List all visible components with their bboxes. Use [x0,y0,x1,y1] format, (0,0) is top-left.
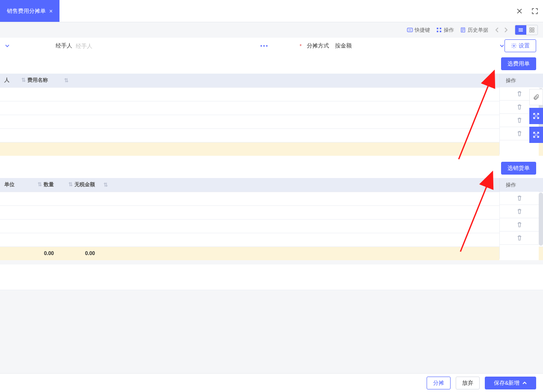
op-cell [499,232,539,245]
delete-icon[interactable] [516,91,522,97]
delete-icon[interactable] [516,208,522,214]
handler-input[interactable] [76,43,256,49]
method-label: 分摊方式 [307,42,329,50]
keyboard-icon [407,27,413,33]
table-row[interactable] [0,101,543,115]
sort-icon: ⇅ [64,77,68,83]
table-row[interactable] [0,128,543,142]
fullscreen-icon[interactable] [530,6,540,16]
discard-button[interactable]: 放弃 [456,377,480,389]
table-row[interactable] [0,205,543,219]
s2-col-unit: 单位 [0,178,17,192]
handler-label: 经手人 [56,42,72,50]
dock-expand-in-icon[interactable] [529,127,543,143]
operate-label: 操作 [444,27,454,34]
scrollbar-vertical[interactable] [539,193,543,246]
chevron-up-icon [522,380,527,386]
operate-link[interactable]: 操作 [436,27,454,34]
table-row[interactable] [0,219,543,233]
nav-prev-icon[interactable] [494,25,500,35]
save-and-new-button[interactable]: 保存&新增 [485,377,536,389]
delete-icon[interactable] [516,222,522,228]
dock-expand-out-icon[interactable] [529,108,543,124]
s2-total-notax: 0.00 [58,246,99,260]
svg-rect-1 [409,29,412,31]
select-sales-bill-button[interactable]: 选销货单 [501,162,536,175]
history-link[interactable]: 历史单据 [460,27,488,34]
table-row[interactable] [0,115,543,128]
s1-col-blank[interactable]: ⇅ [60,74,492,87]
svg-rect-8 [532,28,534,30]
chevron-down-icon[interactable] [4,43,21,49]
history-label: 历史单据 [468,27,488,34]
close-icon[interactable] [515,6,524,16]
delete-icon[interactable] [516,104,522,110]
shortcut-label: 快捷键 [415,27,430,34]
table-row[interactable] [0,233,543,246]
svg-rect-4 [437,31,439,33]
settings-label: 设置 [519,42,530,50]
gear-icon [511,43,517,49]
delete-icon[interactable] [516,131,522,137]
svg-rect-7 [530,28,531,30]
svg-rect-10 [532,30,534,32]
op-cell [499,218,539,232]
s2-col-notax[interactable]: ⇅无税金额 [58,178,99,192]
s2-col-op: 操作 [499,178,539,192]
btn-label: 选费用单 [507,60,530,68]
allocate-button[interactable]: 分摊 [427,377,451,389]
s2-total-qty: 0.00 [17,246,58,260]
op-cell [499,205,539,218]
table-row[interactable] [0,87,543,101]
op-cell [499,192,539,205]
history-icon [460,27,466,33]
chevron-down-icon[interactable] [499,43,505,49]
view-list-icon[interactable] [515,25,526,35]
tab-title: 销售费用分摊单 [7,7,46,15]
sort-icon: ⇅ [38,181,42,187]
btn-label: 选销货单 [507,164,530,172]
s2-col-qty[interactable]: ⇅数量 [17,178,58,192]
delete-icon[interactable] [516,195,522,201]
delete-icon[interactable] [516,235,522,241]
tab-close-icon[interactable]: × [49,8,53,15]
select-expense-bill-button[interactable]: 选费用单 [501,57,536,70]
grid-icon [436,27,442,33]
s2-col-blank[interactable]: ⇅ [99,178,492,192]
svg-rect-9 [530,30,531,32]
dock-attachment-icon[interactable] [529,89,543,105]
svg-rect-2 [437,28,439,30]
sort-icon: ⇅ [68,181,73,187]
settings-button[interactable]: 设置 [504,39,536,52]
view-card-icon[interactable] [526,25,537,35]
delete-icon[interactable] [516,117,522,123]
svg-point-11 [513,45,515,47]
svg-rect-5 [440,31,442,33]
s1-col-op: 操作 [499,74,539,87]
required-mark: * [300,43,302,49]
more-icon[interactable]: ••• [259,43,270,49]
tab-sales-alloc[interactable]: 销售费用分摊单 × [0,0,59,22]
method-value: 按金额 [335,42,496,50]
svg-rect-3 [440,28,442,30]
s1-col-person: 人 [0,74,17,87]
sort-icon: ⇅ [104,182,108,188]
shortcut-link[interactable]: 快捷键 [407,27,430,34]
sort-icon: ⇅ [21,77,26,83]
s1-col-name[interactable]: ⇅费用名称 [17,74,60,87]
table-row[interactable] [0,192,543,205]
nav-next-icon[interactable] [503,25,509,35]
